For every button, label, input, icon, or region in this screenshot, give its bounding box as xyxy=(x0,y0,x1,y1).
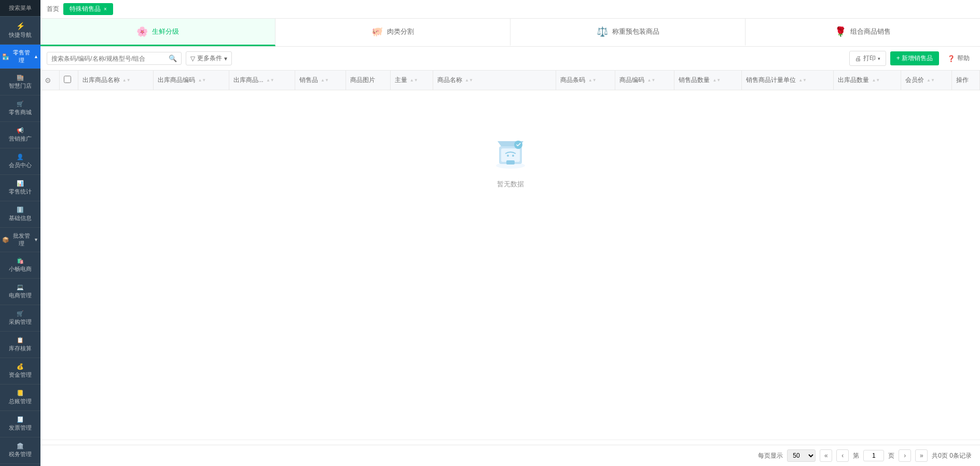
purchase-mgmt-icon: 🛒 xyxy=(17,310,24,317)
wholesale-mgmt-icon: 📦 xyxy=(2,237,9,243)
sidebar-item-retail-mgmt[interactable]: 🏪 零售管理 ▲ xyxy=(0,45,40,69)
sidebar-item-retail-stats[interactable]: 📊 零售统计 xyxy=(0,175,40,201)
sort-goods-code[interactable]: ▲▼ xyxy=(647,78,656,83)
horizontal-scrollbar[interactable] xyxy=(40,440,980,445)
sidebar-item-wholesale-mgmt[interactable]: 📦 批发管理 ▼ xyxy=(0,228,40,252)
col-goods-image: 商品图片 xyxy=(346,71,390,90)
close-tab-button[interactable]: × xyxy=(104,6,107,12)
search-box: 🔍 xyxy=(47,52,182,65)
tax-mgmt-icon: 🏛️ xyxy=(17,443,24,449)
first-page-icon: « xyxy=(824,452,828,459)
sidebar: 搜索菜单 ⚡ 快捷导航 🏪 零售管理 ▲ 🏬 智慧门店 🛒 零售商城 📢 营销推… xyxy=(0,0,40,466)
toolbar: 🔍 ▽ 更多条件 ▾ 🖨 打印 ▾ + 新增销售品 ❓ 帮助 xyxy=(40,47,980,71)
type-tabs: 🌸 生鲜分级 🐖 肉类分割 ⚖️ 称重预包装商品 🌹 组合商品销售 xyxy=(40,19,980,47)
total-records: 共0页 0条记录 xyxy=(932,451,972,460)
col-settings: ⚙ xyxy=(40,71,59,90)
col-out-goods-code: 出库商品编码 ▲▼ xyxy=(154,71,229,90)
col-sales-goods: 销售品 ▲▼ xyxy=(295,71,346,90)
svg-rect-2 xyxy=(501,148,520,162)
retail-stats-icon: 📊 xyxy=(17,180,24,187)
fresh-grade-label: 生鲜分级 xyxy=(152,27,179,36)
sales-promo-icon: 📢 xyxy=(17,127,24,134)
print-icon: 🖨 xyxy=(855,55,861,62)
col-weight: 主量 ▲▼ xyxy=(390,71,433,90)
sort-sales-goods[interactable]: ▲▼ xyxy=(321,78,329,83)
sidebar-item-retail-mall[interactable]: 🛒 零售商城 xyxy=(0,95,40,122)
active-tab-label: 特殊销售品 xyxy=(70,5,101,13)
sort-out-qty[interactable]: ▲▼ xyxy=(872,78,880,83)
last-page-icon: » xyxy=(920,452,923,459)
prev-page-icon: ‹ xyxy=(841,452,844,459)
col-barcode: 商品条码 ▲▼ xyxy=(556,71,615,90)
tab-meat-cut[interactable]: 🐖 肉类分割 xyxy=(275,19,510,46)
sort-weight[interactable]: ▲▼ xyxy=(410,78,418,83)
meat-cut-label: 肉类分割 xyxy=(387,27,414,36)
sidebar-item-general-ledger[interactable]: 📒 总账管理 xyxy=(0,385,40,411)
sidebar-item-ecom-mgmt[interactable]: 💻 电商管理 xyxy=(0,279,40,305)
filter-arrow-icon: ▾ xyxy=(224,55,227,62)
sidebar-item-member-center[interactable]: 👤 会员中心 xyxy=(0,148,40,175)
home-link[interactable]: 首页 xyxy=(47,5,59,13)
sidebar-item-tax-mgmt[interactable]: 🏛️ 税务管理 xyxy=(0,437,40,464)
sidebar-item-purchase-mgmt[interactable]: 🛒 采购管理 xyxy=(0,305,40,332)
weighed-prepack-icon: ⚖️ xyxy=(597,26,608,37)
select-all-checkbox[interactable] xyxy=(64,76,71,83)
search-input[interactable] xyxy=(51,55,165,62)
pagination: 每页显示 10 20 50 100 « ‹ 第 页 › » 共0页 0条记录 xyxy=(40,445,980,466)
sidebar-item-quick-nav[interactable]: ⚡ 快捷导航 xyxy=(0,17,40,45)
per-page-select[interactable]: 10 20 50 100 xyxy=(787,449,816,462)
sidebar-item-sales-promo[interactable]: 📢 营销推广 xyxy=(0,122,40,148)
tab-fresh-grade[interactable]: 🌸 生鲜分级 xyxy=(40,19,275,46)
sidebar-item-smart-store[interactable]: 🏬 智慧门店 xyxy=(0,69,40,95)
new-sales-item-button[interactable]: + 新增销售品 xyxy=(890,51,939,65)
help-icon: ❓ xyxy=(947,55,955,62)
col-goods-code: 商品编码 ▲▼ xyxy=(615,71,674,90)
toolbar-right: 🖨 打印 ▾ + 新增销售品 ❓ 帮助 xyxy=(849,51,974,66)
page-label: 第 xyxy=(853,451,859,460)
sort-out-goods-spec[interactable]: ▲▼ xyxy=(266,78,274,83)
tab-combo-sales[interactable]: 🌹 组合商品销售 xyxy=(746,19,980,46)
sidebar-item-basic-info[interactable]: ℹ️ 基础信息 xyxy=(0,201,40,228)
ecom-mgmt-icon: 💻 xyxy=(17,284,24,291)
next-page-button[interactable]: › xyxy=(899,449,911,462)
mini-ecom-icon: 🛍️ xyxy=(17,257,24,264)
empty-text: 暂无数据 xyxy=(497,180,524,189)
sidebar-item-mini-ecom[interactable]: 🛍️ 小畅电商 xyxy=(0,252,40,279)
page-number-input[interactable] xyxy=(863,450,884,461)
weighed-prepack-label: 称重预包装商品 xyxy=(612,27,659,36)
first-page-button[interactable]: « xyxy=(820,449,832,462)
sidebar-item-invoice-mgmt[interactable]: 🧾 发票管理 xyxy=(0,411,40,437)
last-page-button[interactable]: » xyxy=(915,449,928,462)
next-page-icon: › xyxy=(904,452,906,459)
search-icon[interactable]: 🔍 xyxy=(169,54,177,62)
sort-goods-name[interactable]: ▲▼ xyxy=(465,78,473,83)
sort-out-goods-name[interactable]: ▲▼ xyxy=(122,78,131,83)
sort-member-price[interactable]: ▲▼ xyxy=(927,78,935,83)
col-checkbox xyxy=(59,71,78,90)
sort-sales-qty[interactable]: ▲▼ xyxy=(712,78,721,83)
sort-sales-unit[interactable]: ▲▼ xyxy=(798,78,807,83)
wholesale-mgmt-arrow: ▼ xyxy=(34,237,38,242)
topbar: 首页 特殊销售品 × xyxy=(40,0,980,19)
sidebar-item-finance[interactable]: 💰 资金管理 xyxy=(0,358,40,385)
print-button[interactable]: 🖨 打印 ▾ xyxy=(849,51,886,66)
sort-barcode[interactable]: ▲▼ xyxy=(588,78,597,83)
prev-page-button[interactable]: ‹ xyxy=(836,449,849,462)
column-settings-icon[interactable]: ⚙ xyxy=(45,76,51,85)
filter-button[interactable]: ▽ 更多条件 ▾ xyxy=(186,51,232,65)
sidebar-item-fixed-assets[interactable]: 🏢 固定资产 xyxy=(0,464,40,466)
tab-weighed-prepack[interactable]: ⚖️ 称重预包装商品 xyxy=(510,19,746,46)
data-table: ⚙ 出库商品名称 ▲▼ 出库商品编码 ▲▼ 出库商品... xyxy=(40,71,980,90)
col-operation: 操作 xyxy=(951,71,979,90)
active-tab[interactable]: 特殊销售品 × xyxy=(63,3,113,15)
sidebar-item-inventory[interactable]: 📋 库存核算 xyxy=(0,332,40,358)
filter-icon: ▽ xyxy=(190,55,195,62)
print-arrow-icon: ▾ xyxy=(878,56,880,61)
col-sales-qty: 销售品数量 ▲▼ xyxy=(674,71,742,90)
sort-out-goods-code[interactable]: ▲▼ xyxy=(198,78,206,83)
col-goods-name: 商品名称 ▲▼ xyxy=(433,71,556,90)
svg-point-4 xyxy=(512,155,514,157)
sidebar-search-menu[interactable]: 搜索菜单 xyxy=(0,0,40,17)
fresh-grade-icon: 🌸 xyxy=(136,26,148,37)
help-button[interactable]: ❓ 帮助 xyxy=(943,51,974,65)
